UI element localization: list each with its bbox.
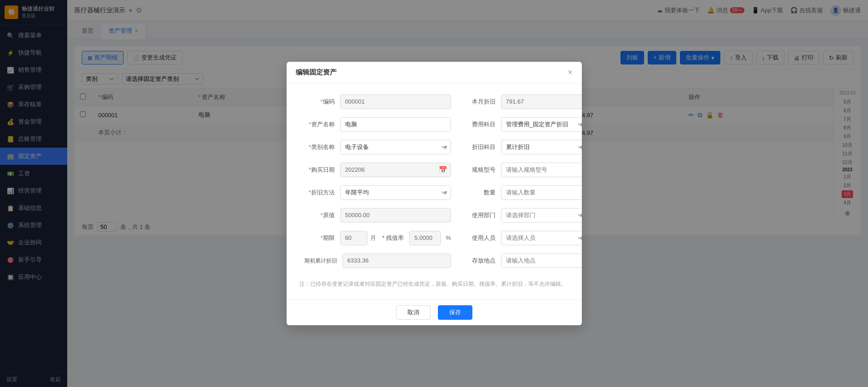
residual-rate-input[interactable] — [409, 231, 441, 245]
form-row-asset-name: *资产名称 — [299, 117, 451, 132]
expense-subject-input[interactable] — [501, 117, 582, 132]
form-row-code: *编码 document.querySelector('[data-name="… — [299, 94, 451, 109]
modal-overlay: 编辑固定资产 × *编码 document.querySelector('[da… — [0, 0, 868, 387]
form-row-depreciation-method: *折旧方法 ▾ — [299, 185, 451, 200]
storage-location-input[interactable] — [501, 253, 582, 268]
form-row-use-dept: 使用部门 ▾ — [460, 208, 582, 223]
use-person-input[interactable] — [501, 231, 582, 245]
code-input[interactable] — [340, 94, 451, 109]
calendar-icon[interactable]: 📅 — [439, 166, 447, 174]
form-row-spec-model: 规格型号 — [460, 163, 582, 177]
period-acc-dep-input[interactable] — [342, 253, 451, 268]
purchase-date-input[interactable] — [340, 163, 451, 177]
modal-title: 编辑固定资产 — [296, 68, 337, 77]
form-row-use-person: 使用人员 ▾ — [460, 231, 582, 245]
chevron-down-icon: ▾ — [580, 234, 582, 242]
modal-header: 编辑固定资产 × — [287, 62, 582, 84]
form-row-original-value: *原值 — [299, 208, 451, 223]
modal-close-btn[interactable]: × — [568, 68, 573, 76]
form-row-quantity: 数量 — [460, 185, 582, 200]
category-input[interactable] — [340, 140, 451, 154]
modal-footer: 取消 保存 — [287, 299, 582, 325]
period-unit: 月 — [370, 234, 376, 242]
use-dept-input[interactable] — [501, 208, 582, 223]
dropdown-icon: ▾ — [444, 143, 447, 151]
form-row-storage-location: 存放地点 — [460, 253, 582, 268]
form-row-expense-subject: 费用科目 ▾ — [460, 117, 582, 132]
asset-name-input[interactable] — [340, 117, 451, 132]
current-month-dep-input[interactable] — [501, 94, 582, 109]
chevron-down-icon: ▾ — [580, 211, 582, 219]
modal-body: *编码 document.querySelector('[data-name="… — [287, 84, 582, 299]
form-row-purchase-date: *购买日期 📅 — [299, 163, 451, 177]
form-row-current-month-dep: 本月折旧 — [460, 94, 582, 109]
form-row-dep-subject: 折旧科目 ▾ — [460, 140, 582, 154]
form-left-col: *编码 document.querySelector('[data-name="… — [299, 94, 451, 276]
chevron-down-icon: ▾ — [580, 143, 582, 151]
form-columns: *编码 document.querySelector('[data-name="… — [299, 94, 569, 276]
spec-model-input[interactable] — [501, 163, 582, 177]
period-input[interactable] — [340, 231, 367, 245]
form-row-period: *期限 月 * 残值率 % — [299, 231, 451, 245]
form-row-category: *类别名称 ▾ — [299, 140, 451, 154]
chevron-down-icon: ▾ — [444, 189, 447, 197]
chevron-down-icon: ▾ — [580, 120, 582, 129]
edit-asset-modal: 编辑固定资产 × *编码 document.querySelector('[da… — [287, 62, 582, 325]
save-button[interactable]: 保存 — [438, 305, 472, 320]
form-right-col: 本月折旧 费用科目 ▾ 折旧科目 — [460, 94, 582, 276]
depreciation-method-input[interactable] — [340, 185, 451, 200]
residual-percent: % — [446, 234, 451, 241]
quantity-input[interactable] — [501, 185, 582, 200]
original-value-input[interactable] — [340, 208, 451, 223]
dep-subject-input[interactable] — [501, 140, 582, 154]
form-row-period-acc-dep: 期初累计折旧 — [299, 253, 451, 268]
cancel-button[interactable]: 取消 — [396, 305, 431, 320]
modal-note: 注：已经存在变更记录或者对应固定资产已经生成凭证，原值、购买日期、残值率、累计折… — [299, 276, 569, 292]
